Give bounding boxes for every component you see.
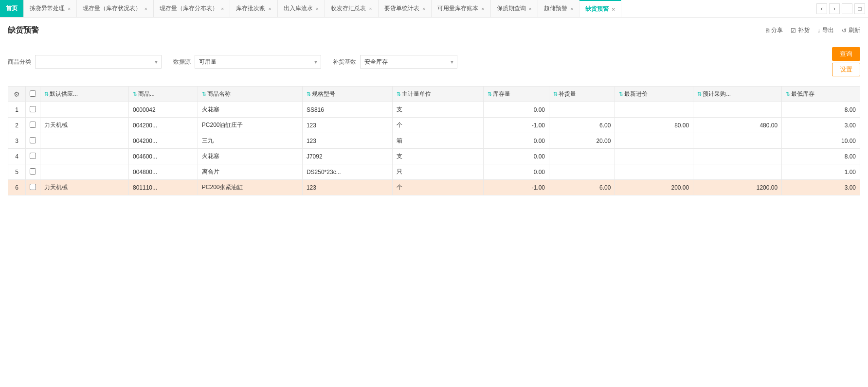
share-action[interactable]: ⎘ 分享 bbox=[766, 26, 783, 35]
row-supplier-1 bbox=[40, 102, 129, 118]
export-action[interactable]: ↓ 导出 bbox=[817, 26, 834, 35]
tab-label-refine-exception: 拣货异常处理 bbox=[30, 4, 65, 13]
share-icon: ⎘ bbox=[766, 27, 769, 34]
th-unit: ⇅主计量单位 bbox=[393, 87, 483, 102]
category-filter-label: 商品分类 bbox=[8, 58, 31, 66]
table-header: ⚙ ⇅默认供应... ⇅商品... ⇅商品名称 ⇅规格型号 bbox=[8, 87, 860, 102]
select-all-checkbox[interactable] bbox=[30, 90, 36, 97]
tab-close-refine-exception[interactable]: × bbox=[68, 6, 71, 12]
tab-next-btn[interactable]: › bbox=[829, 3, 840, 14]
tab-expiry-query[interactable]: 保质期查询× bbox=[491, 0, 538, 17]
row-unit-5: 只 bbox=[393, 164, 483, 180]
settings-button[interactable]: 设置 bbox=[832, 63, 860, 76]
row-checkbox-6[interactable] bbox=[26, 180, 40, 195]
row-checkbox-4[interactable] bbox=[26, 149, 40, 164]
tab-overstock-warning[interactable]: 超储预警× bbox=[538, 0, 579, 17]
replenish-action[interactable]: ☑ 补货 bbox=[791, 26, 810, 35]
tab-order-stats[interactable]: 要货单统计表× bbox=[379, 0, 432, 17]
table-row: 5 004800... 离合片 DS250*23c... 只 0.00 1.00 bbox=[8, 164, 860, 180]
row-est-purchase-3 bbox=[693, 133, 782, 149]
row-checkbox-5[interactable] bbox=[26, 164, 40, 180]
row-stock-6: -1.00 bbox=[483, 180, 549, 195]
th-stock: ⇅库存量 bbox=[483, 87, 549, 102]
category-select[interactable] bbox=[35, 55, 162, 69]
tab-available-ledger[interactable]: 可用量库存账本× bbox=[432, 0, 490, 17]
tab-nav-buttons: ‹ › — □ bbox=[814, 3, 868, 14]
tab-close-shortage-warning[interactable]: × bbox=[612, 6, 615, 12]
row-index-4: 4 bbox=[8, 149, 26, 164]
datasource-select-wrapper[interactable]: 可用量 ▼ bbox=[195, 55, 321, 69]
tab-shortage-warning[interactable]: 缺货预警× bbox=[579, 0, 621, 17]
tab-home[interactable]: 首页 bbox=[0, 0, 24, 17]
row-index-1: 1 bbox=[8, 102, 26, 118]
tab-inventory-status[interactable]: 现存量（库存状况表）× bbox=[77, 0, 153, 17]
tab-close-available-ledger[interactable]: × bbox=[481, 6, 484, 12]
row-est-purchase-5 bbox=[693, 164, 782, 180]
row-unit-2: 个 bbox=[393, 118, 483, 133]
query-button[interactable]: 查询 bbox=[832, 47, 860, 61]
name-sort-icon: ⇅ bbox=[202, 91, 206, 97]
row-select-4[interactable] bbox=[30, 153, 36, 159]
row-select-1[interactable] bbox=[30, 106, 36, 112]
tab-label-inventory-dist: 现存量（库存分布表） bbox=[160, 4, 218, 13]
page-title: 缺货预警 bbox=[8, 25, 39, 35]
row-replenish-qty-4 bbox=[549, 149, 615, 164]
row-spec-5: DS250*23c... bbox=[302, 164, 393, 180]
data-table: ⚙ ⇅默认供应... ⇅商品... ⇅商品名称 ⇅规格型号 bbox=[8, 86, 860, 195]
est-purchase-sort-icon: ⇅ bbox=[697, 91, 702, 97]
tab-close-batch-account[interactable]: × bbox=[268, 6, 271, 12]
tab-batch-account[interactable]: 库存批次账× bbox=[230, 0, 277, 17]
table-row: 2 力天机械 004200... PC200油缸庄子 123 个 -1.00 6… bbox=[8, 118, 860, 133]
tab-close-inout-flow[interactable]: × bbox=[316, 6, 319, 12]
code-sort-icon: ⇅ bbox=[133, 91, 137, 97]
th-latest-price: ⇅最新进价 bbox=[615, 87, 693, 102]
tab-close-overstock-warning[interactable]: × bbox=[570, 6, 573, 12]
category-select-wrapper[interactable]: ▼ bbox=[35, 55, 162, 69]
row-checkbox-1[interactable] bbox=[26, 102, 40, 118]
row-replenish-qty-3: 20.00 bbox=[549, 133, 615, 149]
tab-bar: 首页拣货异常处理×现存量（库存状况表）×现存量（库存分布表）×库存批次账×出入库… bbox=[0, 0, 868, 18]
tab-close-expiry-query[interactable]: × bbox=[529, 6, 532, 12]
column-settings-icon[interactable]: ⚙ bbox=[14, 90, 20, 98]
row-select-6[interactable] bbox=[30, 184, 36, 190]
row-checkbox-2[interactable] bbox=[26, 118, 40, 133]
tab-prev-btn[interactable]: ‹ bbox=[816, 3, 827, 14]
replenish-base-select-wrapper[interactable]: 安全库存 ▼ bbox=[360, 55, 457, 69]
refresh-icon: ↺ bbox=[842, 27, 847, 34]
row-spec-1: SS816 bbox=[302, 102, 393, 118]
row-latest-price-3 bbox=[615, 133, 693, 149]
tab-inventory-dist[interactable]: 现存量（库存分布表）× bbox=[154, 0, 230, 17]
datasource-select[interactable]: 可用量 bbox=[195, 55, 321, 69]
row-stock-4: 0.00 bbox=[483, 149, 549, 164]
tab-close-inventory-dist[interactable]: × bbox=[221, 6, 224, 12]
tab-receive-summary[interactable]: 收发存汇总表× bbox=[325, 0, 378, 17]
replenish-base-select[interactable]: 安全库存 bbox=[360, 55, 457, 69]
row-select-2[interactable] bbox=[30, 122, 36, 128]
row-checkbox-3[interactable] bbox=[26, 133, 40, 149]
row-latest-price-4 bbox=[615, 149, 693, 164]
row-code-2: 004200... bbox=[128, 118, 198, 133]
row-min-stock-2: 3.00 bbox=[782, 118, 860, 133]
tab-close-receive-summary[interactable]: × bbox=[369, 6, 372, 12]
tab-inout-flow[interactable]: 出入库流水× bbox=[278, 0, 325, 17]
page-content: 缺货预警 ⎘ 分享 ☑ 补货 ↓ 导出 ↺ 刷新 商品分类 bbox=[0, 18, 868, 387]
row-spec-6: 123 bbox=[302, 180, 393, 195]
row-latest-price-2: 80.00 bbox=[615, 118, 693, 133]
row-unit-6: 个 bbox=[393, 180, 483, 195]
tab-refine-exception[interactable]: 拣货异常处理× bbox=[24, 0, 77, 17]
row-min-stock-1: 8.00 bbox=[782, 102, 860, 118]
window-maximize-btn[interactable]: □ bbox=[854, 3, 865, 14]
row-supplier-6: 力天机械 bbox=[40, 180, 129, 195]
row-spec-4: J7092 bbox=[302, 149, 393, 164]
refresh-action[interactable]: ↺ 刷新 bbox=[842, 26, 860, 35]
tab-close-inventory-status[interactable]: × bbox=[144, 6, 147, 12]
row-select-5[interactable] bbox=[30, 168, 36, 175]
filter-bar: 商品分类 ▼ 数据源 可用量 ▼ 补货基数 安全库存 bbox=[8, 43, 860, 80]
table-body: 1 0000042 火花塞 SS816 支 0.00 8.00 2 力天机械 0… bbox=[8, 102, 860, 195]
export-label: 导出 bbox=[822, 26, 834, 35]
row-select-3[interactable] bbox=[30, 137, 36, 143]
tab-close-order-stats[interactable]: × bbox=[422, 6, 425, 12]
window-minimize-btn[interactable]: — bbox=[842, 3, 852, 14]
th-product-code: ⇅商品... bbox=[128, 87, 198, 102]
row-code-6: 801110... bbox=[128, 180, 198, 195]
